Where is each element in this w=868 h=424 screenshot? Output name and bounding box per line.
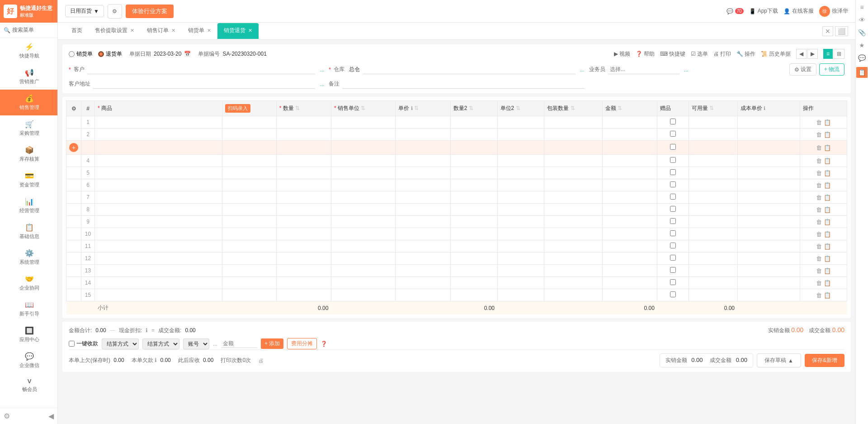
discount-info-icon[interactable]: ℹ	[146, 327, 148, 333]
copy-row-10[interactable]: 📋	[824, 231, 831, 238]
settings-icon[interactable]: ⚙	[4, 412, 10, 420]
copy-row-15[interactable]: 📋	[824, 292, 831, 299]
fee-info-icon[interactable]: ❓	[321, 341, 327, 347]
gift-checkbox-12[interactable]	[670, 255, 676, 261]
radio-return[interactable]: 退货单	[98, 50, 122, 58]
select-action[interactable]: ☑ 选单	[691, 50, 708, 58]
price-info-icon[interactable]: ℹ	[411, 105, 413, 111]
print-action[interactable]: 🖨 打印	[713, 50, 731, 58]
avail-sort-icon[interactable]: ⇅	[709, 105, 714, 111]
save-draft-button[interactable]: 保存草稿 ▲	[757, 353, 801, 367]
gift-checkbox-14[interactable]	[670, 279, 676, 285]
gift-checkbox-2[interactable]	[670, 131, 676, 137]
copy-row-11[interactable]: 📋	[824, 243, 831, 250]
account-select[interactable]: 账号	[183, 338, 209, 349]
unit-sort-icon[interactable]: ⇅	[361, 105, 365, 111]
column-settings-icon[interactable]: ⚙	[71, 105, 76, 112]
qty-sort-icon[interactable]: ⇅	[295, 105, 300, 111]
tab-sales-order[interactable]: 销售订单 ✕	[141, 23, 182, 39]
copy-row-8[interactable]: 📋	[824, 206, 831, 213]
sidebar-item-member[interactable]: V 畅会员	[0, 373, 57, 397]
sidebar-item-purchase[interactable]: 🛒 采购管理	[0, 115, 57, 141]
pack-sort-icon[interactable]: ⇅	[571, 105, 575, 111]
delete-row-6[interactable]: 🗑	[816, 182, 822, 189]
right-panel-icon-3[interactable]: 📎	[858, 29, 866, 36]
calendar-icon[interactable]: 📅	[184, 51, 191, 57]
sidebar-item-sales[interactable]: 💰 销售管理	[0, 90, 57, 115]
delete-row-11[interactable]: 🗑	[816, 243, 822, 250]
gift-checkbox-3[interactable]	[670, 144, 676, 150]
staff-select-button[interactable]: ...	[684, 67, 689, 73]
right-panel-icon-1[interactable]: ≡	[860, 4, 863, 11]
copy-row-9[interactable]: 📋	[824, 219, 831, 225]
copy-row-5[interactable]: 📋	[824, 170, 831, 176]
copy-row-4[interactable]: 📋	[824, 157, 831, 164]
gift-checkbox-13[interactable]	[670, 267, 676, 273]
operate-action[interactable]: 🔧 操作	[736, 50, 755, 58]
maximize-icon[interactable]: ⬜	[835, 26, 848, 36]
gift-checkbox-6[interactable]	[670, 181, 676, 187]
tab-sales-return[interactable]: 销货退货 ✕	[217, 23, 259, 39]
add-row-button[interactable]: +	[69, 143, 78, 152]
delete-row-1[interactable]: 🗑	[816, 119, 822, 126]
gift-checkbox-11[interactable]	[670, 243, 676, 248]
unit2-sort-icon[interactable]: ⇅	[516, 105, 520, 111]
single-debt-icon[interactable]: ℹ	[155, 357, 157, 363]
sidebar-search[interactable]: 🔍 搜索菜单	[0, 23, 57, 38]
online-service-button[interactable]: 👤 在线客服	[783, 7, 814, 15]
gift-checkbox-5[interactable]	[670, 169, 676, 175]
cost-info-icon[interactable]: ℹ	[764, 105, 765, 111]
sidebar-item-shortcut[interactable]: ⚡ 快捷导航	[0, 38, 57, 64]
delete-row-10[interactable]: 🗑	[816, 231, 822, 238]
warehouse-input[interactable]	[363, 65, 576, 74]
gift-checkbox-1[interactable]	[670, 119, 676, 124]
one-click-payment-checkbox[interactable]: 一键收款	[69, 340, 98, 348]
tab-price-setting[interactable]: 售价提取设置 ✕	[89, 23, 141, 39]
calc-method-select[interactable]: 结算方式	[102, 338, 139, 349]
gift-checkbox-7[interactable]	[670, 194, 676, 200]
tab-close-sales-order[interactable]: ✕	[171, 28, 175, 33]
payment-amount-input[interactable]	[221, 339, 257, 348]
tab-sales-delivery[interactable]: 销货单 ✕	[182, 23, 217, 39]
delete-row-15[interactable]: 🗑	[816, 292, 822, 299]
copy-row-6[interactable]: 📋	[824, 182, 831, 189]
gift-checkbox-10[interactable]	[670, 230, 676, 236]
right-panel-icon-4[interactable]: ★	[859, 42, 865, 49]
delete-row-5[interactable]: 🗑	[816, 170, 822, 176]
copy-row-1[interactable]: 📋	[824, 119, 831, 126]
gift-checkbox-4[interactable]	[670, 157, 676, 163]
copy-row-14[interactable]: 📋	[824, 280, 831, 286]
video-action[interactable]: ▶ 视频	[614, 50, 630, 58]
delete-row-9[interactable]: 🗑	[816, 219, 822, 225]
staff-input[interactable]	[608, 65, 679, 74]
th-setting[interactable]: ⚙	[66, 101, 81, 116]
user-profile[interactable]: 徐 徐泽华	[819, 6, 848, 17]
app-download-button[interactable]: 📱 App下载	[749, 7, 778, 15]
sidebar-item-system[interactable]: ⚙️ 系统管理	[0, 244, 57, 270]
remark-input[interactable]	[342, 79, 584, 89]
copy-row-3[interactable]: 📋	[824, 144, 831, 151]
th-scan[interactable]: 扫码录入	[222, 101, 276, 116]
gift-checkbox-15[interactable]	[670, 291, 676, 297]
sidebar-item-guide[interactable]: 📖 新手引导	[0, 296, 57, 322]
sidebar-item-wechat[interactable]: 💬 企业微信	[0, 348, 57, 373]
sidebar-item-marketing[interactable]: 📢 营销推广	[0, 64, 57, 90]
gift-checkbox-8[interactable]	[670, 206, 676, 212]
sidebar-item-enterprise[interactable]: 🤝 企业协同	[0, 270, 57, 296]
delete-row-7[interactable]: 🗑	[816, 194, 822, 201]
fee-split-button[interactable]: 费用分摊	[287, 338, 317, 349]
right-panel-icon-2[interactable]: 👁	[859, 16, 865, 24]
add-payment-button[interactable]: + + 添加 添加	[261, 338, 283, 349]
payment-method-select[interactable]: 结算方式	[142, 338, 179, 349]
right-panel-icon-6[interactable]: 📋	[856, 67, 868, 78]
experience-button[interactable]: 体验行业方案	[126, 5, 174, 18]
right-panel-icon-5[interactable]: 💬	[858, 54, 866, 62]
address-select-button[interactable]: ...	[320, 81, 324, 87]
delete-row-4[interactable]: 🗑	[816, 157, 822, 164]
tab-close-sales-delivery[interactable]: ✕	[207, 28, 211, 33]
sidebar-item-operation[interactable]: 📊 经营管理	[0, 193, 57, 219]
copy-row-13[interactable]: 📋	[824, 267, 831, 274]
logistics-button[interactable]: + 物流	[819, 63, 844, 76]
grid-view-button[interactable]: ≡	[823, 49, 833, 59]
radio-shipping[interactable]: 销货单	[69, 50, 93, 58]
